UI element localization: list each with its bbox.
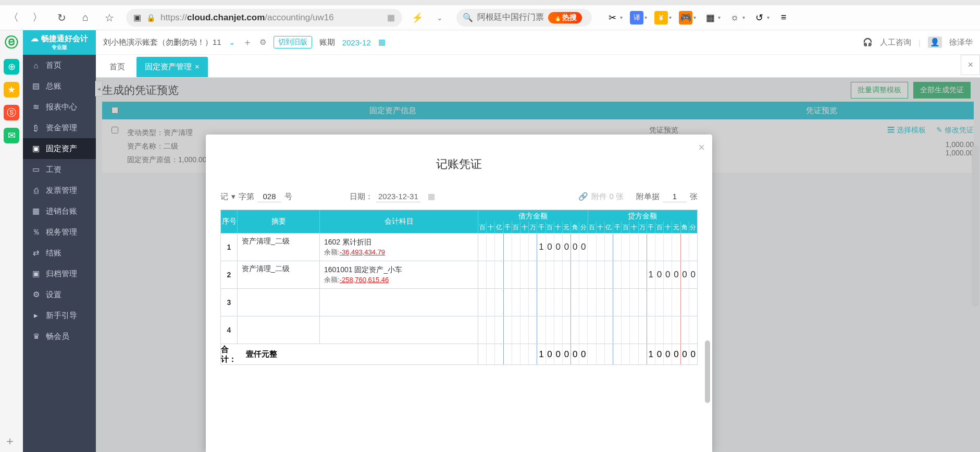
sidebar-item-6[interactable]: ⎙发票管理 — [23, 180, 96, 201]
period-value[interactable]: 2023-12 — [342, 38, 371, 47]
tab-close-icon[interactable]: × — [195, 62, 200, 71]
tab-home[interactable]: 首页 — [101, 57, 133, 77]
sidebar-item-4[interactable]: ▣固定资产 — [23, 138, 96, 159]
modal-title: 记账凭证 — [220, 156, 698, 172]
apps-icon[interactable]: ▦ — [703, 11, 717, 25]
sidebar-item-5[interactable]: ▭工资 — [23, 159, 96, 180]
nav-icon: ▣ — [31, 144, 41, 153]
voucher-row[interactable]: 3 — [221, 288, 697, 316]
avatar-icon[interactable]: 👤 — [928, 36, 942, 48]
sidebar-item-3[interactable]: ₿资金管理 — [23, 117, 96, 138]
voucher-number-input[interactable] — [257, 191, 281, 202]
quick-app-3[interactable]: ⓢ — [4, 105, 19, 120]
modal-scrollbar[interactable] — [705, 340, 710, 403]
sheet-count-input[interactable] — [663, 191, 687, 202]
account-set-chevron-icon[interactable]: ⌄ — [229, 38, 235, 47]
search-box[interactable]: 🔍 阿根廷中国行门票 🔥热搜 — [456, 9, 592, 27]
search-placeholder: 阿根廷中国行门票 — [477, 12, 544, 23]
tools-chevron-icon[interactable]: ⌄ — [432, 10, 447, 25]
total-words: 壹仟元整 — [242, 344, 478, 364]
quick-app-2[interactable]: ★ — [4, 82, 19, 97]
calendar-icon[interactable]: ▦ — [378, 38, 386, 47]
account-set-name[interactable]: 刘小艳演示账套（勿删勿动！）11 — [103, 38, 221, 47]
voucher-row[interactable]: 4 — [221, 316, 697, 344]
headset-icon: 🎧 — [863, 38, 873, 47]
voucher-row[interactable]: 2资产清理_二级1601001 固定资产_小车余额:-258,760,615.4… — [221, 261, 697, 288]
address-bar[interactable]: ▣ 🔒 https://cloud.chanjet.com/accounting… — [126, 9, 402, 27]
sidebar-item-13[interactable]: ♛畅会员 — [23, 326, 96, 347]
quick-app-4[interactable]: ✉ — [4, 128, 19, 143]
nav-icon: ▤ — [31, 81, 41, 91]
url-text: https://cloud.chanjet.com/accounting/uw1… — [160, 13, 334, 23]
sidebar-item-7[interactable]: ▦进销台账 — [23, 201, 96, 222]
sidebar-item-1[interactable]: ▤总账 — [23, 76, 96, 96]
bolt-icon[interactable]: ⚡ — [412, 12, 423, 23]
account-cell[interactable] — [320, 316, 478, 344]
sidebar-item-8[interactable]: ％税务管理 — [23, 222, 96, 242]
menu-icon[interactable]: ≡ — [777, 11, 790, 25]
shield-icon: ▣ — [133, 13, 141, 22]
nav-label: 报表中心 — [46, 102, 77, 112]
wallet-icon[interactable]: ¥ — [654, 11, 668, 25]
nav-label: 畅会员 — [46, 332, 69, 341]
voucher-date[interactable]: 2023-12-31 — [376, 191, 420, 202]
page-scrollbar[interactable] — [972, 62, 979, 452]
nav-icon: ≋ — [31, 102, 41, 112]
user-name[interactable]: 徐泽华 — [949, 38, 973, 47]
scissors-icon[interactable]: ✂ — [605, 11, 619, 25]
app-logo: ☁ 畅捷通好会计 专业版 — [23, 30, 96, 55]
translate-icon[interactable]: 译 — [630, 11, 643, 25]
history-icon[interactable]: ↺ — [752, 11, 766, 25]
chevron-down-icon[interactable]: ▾ — [231, 192, 235, 201]
favorite-button[interactable]: ☆ — [102, 10, 117, 25]
nav-icon: ♛ — [31, 332, 41, 341]
os-quickbar: ⓔ ⊕ ★ ⓢ ✉ — [0, 30, 23, 143]
summary-cell[interactable] — [238, 289, 320, 316]
quick-app-1[interactable]: ⊕ — [4, 59, 19, 75]
reload-button[interactable]: ↻ — [54, 10, 69, 25]
sidebar-item-0[interactable]: ⌂首页 — [23, 55, 96, 76]
nav-label: 资金管理 — [46, 123, 77, 133]
nav-label: 总账 — [46, 81, 61, 91]
sidebar-item-10[interactable]: ▣归档管理 — [23, 263, 96, 284]
help-link[interactable]: 人工咨询 — [880, 38, 911, 47]
attach-count[interactable]: 附件 0 张 — [591, 192, 624, 202]
sidebar-item-11[interactable]: ⚙设置 — [23, 284, 96, 305]
sidebar-item-9[interactable]: ⇄结账 — [23, 242, 96, 263]
summary-cell[interactable]: 资产清理_二级 — [238, 234, 320, 261]
game-icon[interactable]: 🎮 — [679, 11, 692, 25]
sidebar-item-2[interactable]: ≋报表中心 — [23, 96, 96, 117]
add-quick-app[interactable]: ＋ — [4, 433, 16, 449]
calendar-icon[interactable]: ▦ — [428, 192, 435, 201]
summary-cell[interactable]: 资产清理_二级 — [238, 261, 320, 288]
voucher-header: 记 ▾ 字第 号 日期： 2023-12-31 ▦ 🔗 附件 0 张 附单据 张 — [220, 191, 698, 202]
app-header: 刘小艳演示账套（勿删勿动！）11 ⌄ ＋ ⚙ 切到旧版 账期 2023-12 ▦… — [96, 30, 980, 55]
home-button[interactable]: ⌂ — [78, 10, 93, 25]
nav-label: 固定资产 — [46, 144, 77, 154]
nav-icon: ▣ — [31, 269, 41, 278]
switch-version-button[interactable]: 切到旧版 — [274, 36, 312, 48]
voucher-type[interactable]: 记 — [220, 192, 228, 202]
forward-button[interactable]: 〉 — [30, 10, 45, 25]
nav-label: 归档管理 — [46, 269, 77, 279]
account-cell[interactable]: 1602 累计折旧余额:-36,493,434.79 — [320, 234, 478, 261]
brightness-icon[interactable]: ☼ — [728, 11, 741, 25]
modal-close-button[interactable]: × — [698, 141, 705, 154]
qr-icon[interactable]: ▦ — [387, 13, 395, 22]
nav-label: 税务管理 — [46, 227, 77, 237]
tab-fixed-assets[interactable]: 固定资产管理× — [137, 57, 208, 77]
back-button[interactable]: 〈 — [6, 10, 21, 25]
summary-cell[interactable] — [238, 316, 320, 344]
search-icon: 🔍 — [463, 13, 473, 22]
voucher-row[interactable]: 1资产清理_二级1602 累计折旧余额:-36,493,434.79100000 — [221, 233, 697, 261]
attachment-icon[interactable]: 🔗 — [578, 192, 588, 201]
account-cell[interactable]: 1601001 固定资产_小车余额:-258,760,615.46 — [320, 261, 478, 288]
nav-icon: ▸ — [31, 311, 41, 320]
sidebar-item-12[interactable]: ▸新手引导 — [23, 305, 96, 326]
nav-icon: ₿ — [31, 124, 41, 132]
add-account-set[interactable]: ＋ — [243, 36, 252, 48]
nav-label: 工资 — [46, 165, 61, 175]
subtab-bar: 首页 固定资产管理× — [96, 55, 980, 78]
account-set-settings-icon[interactable]: ⚙ — [259, 38, 266, 47]
account-cell[interactable] — [320, 289, 478, 316]
